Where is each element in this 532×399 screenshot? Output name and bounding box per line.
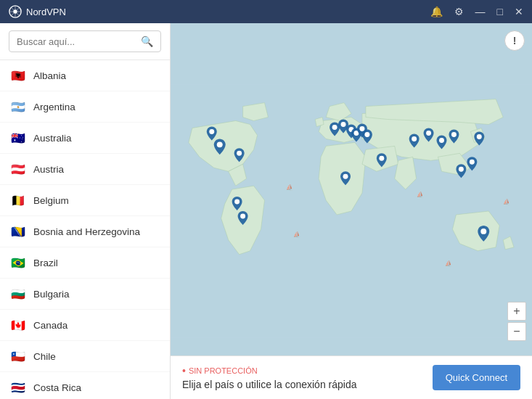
svg-point-26 [343, 174, 348, 179]
svg-point-28 [477, 134, 482, 139]
country-name: Chile [33, 351, 56, 362]
svg-point-8 [217, 141, 223, 147]
country-flag: 🇧🇦 [10, 223, 26, 239]
country-flag: 🇦🇷 [10, 99, 26, 115]
country-item[interactable]: 🇧🇬Bulgaria [0, 279, 170, 310]
svg-point-13 [332, 125, 337, 130]
country-name: Australia [33, 133, 72, 144]
country-item[interactable]: 🇦🇹Austria [0, 154, 170, 185]
info-bar: SIN PROTECCIÓN Elija el país o utilice l… [171, 355, 532, 399]
svg-text:⛵: ⛵ [417, 191, 424, 198]
search-icon: 🔍 [141, 36, 153, 47]
country-item[interactable]: 🇧🇷Brazil [0, 247, 170, 279]
connection-status: SIN PROTECCIÓN [182, 365, 356, 377]
quick-connect-button[interactable]: Quick Connect [433, 365, 520, 390]
info-left: SIN PROTECCIÓN Elija el país o utilice l… [182, 365, 356, 390]
minimize-button[interactable]: — [475, 6, 486, 17]
svg-point-19 [379, 156, 384, 161]
nordvpn-logo-icon [9, 5, 22, 18]
country-item[interactable]: 🇨🇱Chile [0, 341, 170, 372]
sidebar: 🔍 🇦🇱Albania🇦🇷Argentina🇦🇺Australia🇦🇹Austr… [0, 23, 171, 399]
country-item[interactable]: 🇧🇪Belgium [0, 185, 170, 216]
search-wrapper: 🔍 [9, 30, 161, 52]
country-item[interactable]: 🇧🇦Bosnia and Herzegovina [0, 216, 170, 247]
country-name: Brazil [33, 258, 58, 268]
country-flag: 🇨🇦 [10, 317, 26, 333]
map-area: ⛵ ⛵ ⛵ ⛵ ⛵ [171, 23, 532, 399]
zoom-out-button[interactable]: − [507, 322, 526, 341]
search-input[interactable] [17, 36, 141, 47]
svg-point-10 [209, 129, 214, 134]
svg-text:⛵: ⛵ [293, 231, 300, 238]
window-controls: 🔔 ⚙ — □ ✕ [430, 6, 523, 17]
country-name: Argentina [33, 102, 75, 112]
svg-point-14 [341, 122, 346, 127]
svg-point-25 [470, 160, 475, 165]
country-flag: 🇧🇷 [10, 255, 26, 271]
country-name: Canada [33, 320, 67, 331]
svg-point-9 [237, 151, 242, 156]
country-flag: 🇦🇺 [10, 130, 26, 146]
main-content: 🔍 🇦🇱Albania🇦🇷Argentina🇦🇺Australia🇦🇹Austr… [0, 23, 532, 399]
country-name: Austria [33, 164, 64, 175]
svg-point-21 [426, 131, 431, 136]
svg-point-23 [451, 132, 457, 137]
country-name: Albania [33, 70, 66, 81]
svg-point-27 [480, 229, 486, 234]
zoom-in-button[interactable]: + [507, 302, 526, 321]
info-message: Elija el país o utilice la conexión rápi… [182, 379, 356, 390]
svg-point-22 [439, 138, 444, 143]
country-flag: 🇨🇱 [10, 348, 26, 364]
zoom-controls: + − [507, 302, 526, 341]
svg-point-20 [412, 136, 417, 141]
search-container: 🔍 [0, 23, 170, 60]
notification-icon[interactable]: 🔔 [430, 6, 443, 17]
country-name: Belgium [33, 195, 69, 206]
settings-icon[interactable]: ⚙ [454, 6, 464, 17]
info-icon: ! [513, 35, 517, 46]
svg-point-18 [364, 132, 369, 137]
country-flag: 🇧🇪 [10, 192, 26, 208]
country-list: 🇦🇱Albania🇦🇷Argentina🇦🇺Australia🇦🇹Austria… [0, 60, 170, 399]
country-name: Bosnia and Herzegovina [33, 226, 140, 237]
country-item[interactable]: 🇦🇷Argentina [0, 91, 170, 123]
country-flag: 🇨🇷 [10, 379, 26, 395]
maximize-button[interactable]: □ [497, 6, 503, 17]
svg-text:⛵: ⛵ [286, 184, 293, 191]
country-flag: 🇧🇬 [10, 286, 26, 302]
country-item[interactable]: 🇦🇱Albania [0, 60, 170, 91]
svg-point-11 [234, 200, 240, 205]
country-item[interactable]: 🇦🇺Australia [0, 123, 170, 154]
country-name: Costa Rica [33, 382, 81, 393]
close-button[interactable]: ✕ [515, 6, 523, 17]
country-name: Bulgaria [33, 289, 70, 300]
svg-text:⛵: ⛵ [503, 198, 510, 205]
country-item[interactable]: 🇨🇷Costa Rica [0, 372, 170, 399]
app-title: NordVPN [26, 7, 66, 17]
country-flag: 🇦🇱 [10, 67, 26, 83]
world-map: ⛵ ⛵ ⛵ ⛵ ⛵ [171, 23, 532, 399]
title-bar: NordVPN 🔔 ⚙ — □ ✕ [0, 0, 532, 23]
app-logo: NordVPN [9, 5, 430, 18]
svg-point-17 [359, 126, 364, 131]
svg-point-24 [459, 167, 464, 172]
country-item[interactable]: 🇨🇦Canada [0, 310, 170, 341]
country-flag: 🇦🇹 [10, 161, 26, 177]
svg-text:⛵: ⛵ [445, 260, 452, 267]
info-button[interactable]: ! [504, 30, 525, 51]
svg-point-12 [240, 213, 245, 218]
svg-point-1 [13, 9, 17, 13]
